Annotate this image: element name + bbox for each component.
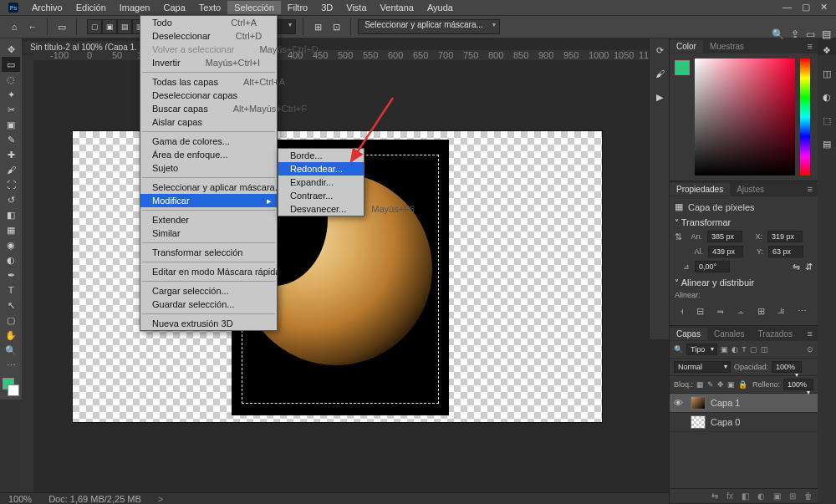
color-swatches[interactable] — [3, 378, 19, 396]
menu-item[interactable]: Todas las capasAlt+Ctrl+A — [140, 75, 277, 89]
marquee-tool[interactable]: ▭ — [2, 57, 20, 72]
align-hcenter-icon[interactable]: ⊟ — [696, 306, 704, 317]
home-icon[interactable]: ⌂ — [7, 19, 22, 34]
filter-kind[interactable]: Tipo — [686, 344, 717, 355]
menu-item[interactable]: Sujeto — [140, 161, 277, 175]
height-field[interactable]: 439 px — [708, 246, 743, 257]
menu-filtro[interactable]: Filtro — [281, 1, 314, 14]
menu-ayuda[interactable]: Ayuda — [421, 1, 460, 14]
submenu-item[interactable]: Contraer... — [278, 189, 364, 202]
align-right-icon[interactable]: ⫬ — [716, 306, 725, 317]
menu-item[interactable]: InvertirMayús+Ctrl+I — [140, 56, 277, 69]
flip-h-icon[interactable]: ⇋ — [793, 262, 800, 272]
lock-icon[interactable]: ✥ — [717, 380, 724, 389]
close-icon[interactable]: ✕ — [820, 2, 828, 13]
layer-name[interactable]: Capa 0 — [711, 417, 740, 427]
mask-icon[interactable]: ◧ — [742, 491, 749, 501]
color-field[interactable] — [695, 59, 795, 176]
tab-muestras[interactable]: Muestras — [703, 40, 751, 53]
adjustment-icon[interactable]: ◐ — [757, 491, 765, 501]
submenu-item[interactable]: Redondear... — [278, 162, 364, 176]
minimize-icon[interactable]: — — [782, 2, 792, 13]
history-brush-tool[interactable]: ↺ — [2, 192, 20, 207]
menu-item[interactable]: Deseleccionar capas — [140, 89, 277, 102]
lock-icon[interactable]: ▣ — [727, 380, 735, 389]
align-top-icon[interactable]: ⫠ — [737, 306, 746, 317]
layers-shortcut-icon[interactable]: ▤ — [818, 132, 836, 155]
lasso-tool[interactable]: ◌ — [2, 72, 20, 87]
link-icon[interactable]: ⇅ — [675, 232, 682, 242]
maximize-icon[interactable]: ▢ — [802, 2, 810, 13]
marquee-tool-icon[interactable]: ▭ — [54, 19, 69, 34]
hue-slider[interactable] — [800, 59, 810, 176]
menu-item[interactable]: Buscar capasAlt+Mayús+Ctrl+F — [140, 102, 277, 115]
visibility-icon[interactable]: 👁 — [674, 398, 686, 408]
back-icon[interactable]: ← — [25, 19, 40, 34]
align-vcenter-icon[interactable]: ⊞ — [757, 306, 765, 317]
filter-icon[interactable]: ▢ — [750, 345, 757, 354]
panel-menu-icon[interactable]: ≡ — [803, 184, 818, 194]
opacity-field[interactable]: 100% — [772, 361, 802, 373]
link-layers-icon[interactable]: ⇆ — [711, 491, 718, 501]
section-transformar[interactable]: ˅ Transformar — [675, 217, 813, 227]
menu-ventana[interactable]: Ventana — [374, 1, 421, 14]
type-tool[interactable]: T — [2, 283, 20, 298]
wand-tool[interactable]: ✦ — [2, 87, 20, 102]
menu-item[interactable]: Cargar selección... — [140, 284, 277, 298]
tab-capas[interactable]: Capas — [670, 328, 707, 340]
stamp-tool[interactable]: ⛶ — [2, 177, 20, 192]
filter-icon[interactable]: T — [742, 345, 747, 354]
align-left-icon[interactable]: ⫞ — [680, 306, 685, 317]
share-icon[interactable]: ⇪ — [791, 28, 799, 40]
search-icon[interactable]: 🔍 — [772, 28, 784, 40]
shape-tool[interactable]: ▢ — [2, 313, 20, 328]
panel-menu-icon[interactable]: ≡ — [803, 328, 818, 339]
filter-icon[interactable]: ▣ — [721, 345, 728, 354]
menu-seleccion[interactable]: Selección — [227, 1, 281, 14]
menu-item[interactable]: Transformar selección — [140, 246, 277, 259]
styles-icon[interactable]: ⬚ — [818, 109, 836, 132]
eraser-tool[interactable]: ◧ — [2, 207, 20, 222]
layer-row[interactable]: Capa 0 — [670, 413, 818, 432]
new-layer-icon[interactable]: ⊞ — [789, 491, 796, 501]
x-field[interactable]: 319 px — [767, 231, 803, 242]
eyedropper-tool[interactable]: ✎ — [2, 132, 20, 147]
menu-imagen[interactable]: Imagen — [113, 1, 157, 14]
align-more-icon[interactable]: ⋯ — [798, 306, 807, 317]
blend-mode[interactable]: Normal — [674, 361, 731, 373]
tab-trazados[interactable]: Trazados — [752, 328, 799, 340]
align-bottom-icon[interactable]: ⫡ — [777, 306, 786, 317]
angle-field[interactable]: 0,00° — [695, 261, 730, 272]
filter-toggle[interactable]: ⊙ — [807, 345, 813, 354]
tab-color[interactable]: Color — [670, 40, 703, 53]
actions-icon[interactable]: ▶ — [650, 85, 670, 109]
gradient-tool[interactable]: ▦ — [2, 222, 20, 237]
opt-icon-a[interactable]: ⊞ — [310, 19, 325, 34]
y-field[interactable]: 63 px — [768, 246, 803, 257]
menu-archivo[interactable]: Archivo — [25, 1, 69, 14]
tab-ajustes[interactable]: Ajustes — [730, 183, 771, 196]
menu-item[interactable]: DeseleccionarCtrl+D — [140, 29, 277, 43]
opt-icon-b[interactable]: ⊡ — [329, 19, 344, 34]
foreground-swatch[interactable] — [675, 60, 690, 75]
menu-item[interactable]: Guardar selección... — [140, 298, 277, 311]
workspace-icon[interactable]: ▭ — [806, 28, 815, 40]
submenu-item[interactable]: Desvanecer...Mayús+F6 — [278, 202, 364, 216]
menu-item[interactable]: TodoCtrl+A — [140, 16, 277, 29]
zoom-status[interactable]: 100% — [8, 494, 32, 504]
dodge-tool[interactable]: ◐ — [2, 252, 20, 267]
adjustments-icon[interactable]: ◐ — [818, 85, 836, 109]
edit-toolbar[interactable]: ⋯ — [2, 358, 20, 373]
submenu-item[interactable]: Borde... — [278, 149, 364, 162]
layer-row[interactable]: 👁 Capa 1 — [670, 394, 818, 413]
brush-tool[interactable]: 🖌 — [2, 162, 20, 177]
libraries-icon[interactable]: ◫ — [818, 62, 836, 85]
section-align[interactable]: ˅ Alinear y distribuir — [675, 277, 813, 288]
panels-icon[interactable]: ▤ — [822, 28, 831, 40]
heal-tool[interactable]: ✚ — [2, 147, 20, 162]
layer-name[interactable]: Capa 1 — [711, 398, 740, 408]
menu-item[interactable]: Seleccionar y aplicar máscara...Alt+Ctrl… — [140, 181, 277, 194]
blur-tool[interactable]: ◉ — [2, 237, 20, 252]
crop-tool[interactable]: ✂ — [2, 102, 20, 117]
menu-item[interactable]: Editar en modo Máscara rápida — [140, 265, 277, 278]
